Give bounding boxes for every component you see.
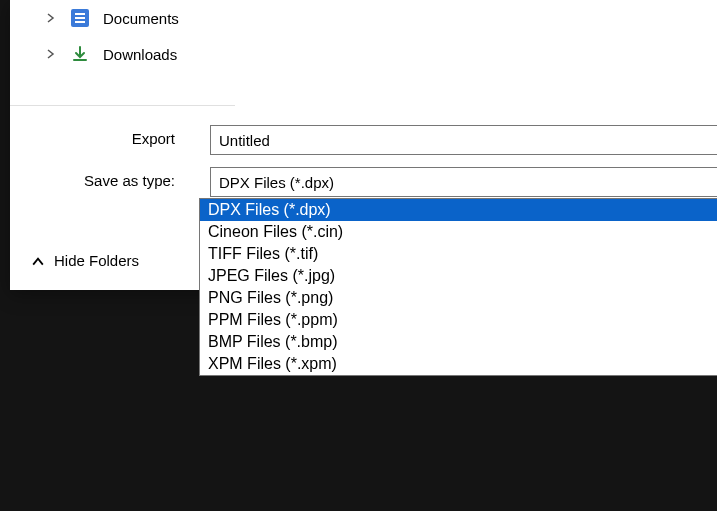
wheel-values: 0.00 1.00 1.00 1.00 [490,500,660,511]
combobox-value: DPX Files (*.dpx) [219,174,334,191]
tree-item-label: Downloads [103,46,177,63]
dropdown-option[interactable]: XPM Files (*.xpm) [200,353,717,375]
save-as-type-label: Save as type: [10,172,185,189]
value-box[interactable]: 1.00 [148,500,189,511]
value-box[interactable]: 1.00 [195,500,236,511]
hide-folders-button[interactable]: Hide Folders [32,252,139,269]
tree-item-label: Documents [103,10,179,27]
wheel-values: 0.00 1.00 1.00 1.00 [275,500,445,511]
value-box[interactable]: 1.00 [578,500,619,511]
chevron-right-icon [45,48,57,60]
wheel-handle[interactable] [141,401,149,409]
folder-tree: Documents Downloads [10,0,235,106]
value-box[interactable]: 1.00 [317,500,358,511]
wheel-values: 0.00 1.00 1.00 1.00 [60,500,230,511]
filename-input[interactable] [210,125,717,155]
dropdown-option[interactable]: Cineon Files (*.cin) [200,221,717,243]
value-box[interactable]: 1.00 [363,500,404,511]
dropdown-option[interactable]: PPM Files (*.ppm) [200,309,717,331]
export-label: Export [10,130,185,147]
file-type-combobox[interactable]: DPX Files (*.dpx) [210,167,717,197]
value-box[interactable]: 1.00 [410,500,451,511]
dropdown-option[interactable]: BMP Files (*.bmp) [200,331,717,353]
chevron-up-icon [32,255,44,267]
dropdown-option[interactable]: PNG Files (*.png) [200,287,717,309]
value-box[interactable]: 1.00 [102,500,143,511]
value-box[interactable]: 0.00 [270,500,311,511]
chevron-right-icon [45,12,57,24]
dropdown-option[interactable]: TIFF Files (*.tif) [200,243,717,265]
documents-icon [71,9,89,27]
value-box[interactable]: 1.00 [532,500,573,511]
dropdown-option[interactable]: DPX Files (*.dpx) [200,199,717,221]
value-box[interactable]: 0.00 [55,500,96,511]
hide-folders-label: Hide Folders [54,252,139,269]
wheel-handle[interactable] [356,401,364,409]
tree-item-documents[interactable]: Documents [10,0,235,36]
download-icon [71,45,89,63]
file-type-dropdown[interactable]: DPX Files (*.dpx)Cineon Files (*.cin)TIF… [199,198,717,376]
value-box[interactable]: 0.00 [485,500,526,511]
dropdown-option[interactable]: JPEG Files (*.jpg) [200,265,717,287]
wheel-handle[interactable] [571,401,579,409]
value-box[interactable]: 1.00 [625,500,666,511]
tree-item-downloads[interactable]: Downloads [10,36,235,72]
